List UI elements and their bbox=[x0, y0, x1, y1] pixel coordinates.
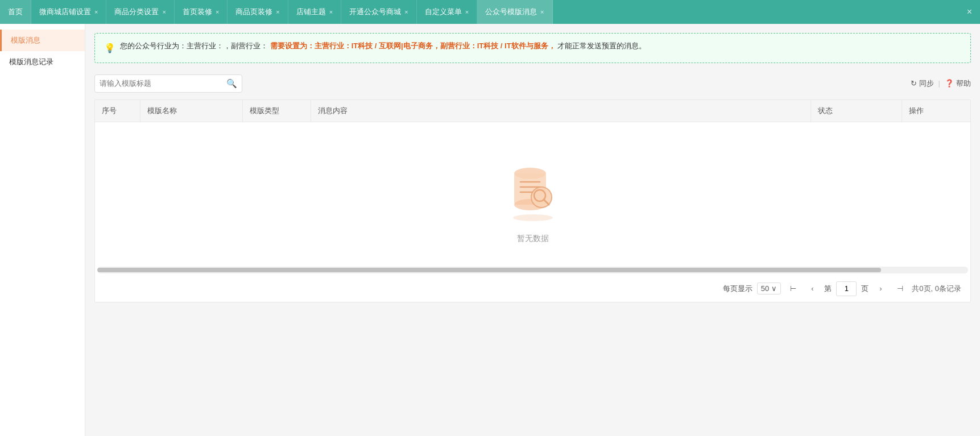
nav-tab-home-decor-label: 首页装修 bbox=[183, 7, 212, 17]
notice-suffix: 才能正常发送预置的消息。 bbox=[557, 41, 646, 50]
nav-tab-open-mall-close[interactable]: × bbox=[404, 9, 408, 15]
nav-tab-template-msg-label: 公众号模版消息 bbox=[485, 7, 537, 17]
table-wrap: 序号 模版名称 模版类型 消息内容 状态 操作 bbox=[94, 99, 971, 302]
sync-label: 同步 bbox=[919, 78, 934, 89]
page-number-input[interactable] bbox=[836, 281, 857, 296]
top-nav: 首页 微商城店铺设置 × 商品分类设置 × 首页装修 × 商品页装修 × 店铺主… bbox=[0, 0, 980, 24]
notice-highlight: 需要设置为：主营行业：IT科技 / 互联网|电子商务，副营行业：IT科技 / I… bbox=[270, 41, 556, 50]
bulb-icon: 💡 bbox=[104, 41, 115, 56]
help-label: 帮助 bbox=[956, 78, 971, 89]
page-size-select[interactable]: 50 ∨ bbox=[757, 283, 781, 294]
empty-text: 暂无数据 bbox=[517, 234, 549, 244]
nav-tab-store-settings-close[interactable]: × bbox=[94, 9, 98, 15]
nav-tab-home-label: 首页 bbox=[8, 7, 23, 17]
nav-tab-home-decor-close[interactable]: × bbox=[216, 9, 219, 15]
page-word: 第 bbox=[824, 284, 832, 294]
content-area: 💡 您的公众号行业为：主营行业：，副营行业： 需要设置为：主营行业：IT科技 /… bbox=[85, 24, 980, 436]
nav-close-all-button[interactable]: × bbox=[959, 7, 980, 17]
sidebar-item-template-msg[interactable]: 模版消息 bbox=[0, 30, 85, 51]
nav-tab-open-mall-label: 开通公众号商城 bbox=[349, 7, 401, 17]
nav-tab-product-decor-label: 商品页装修 bbox=[235, 7, 272, 17]
sidebar-item-template-msg-record-label: 模版消息记录 bbox=[9, 57, 53, 66]
nav-tab-category-settings[interactable]: 商品分类设置 × bbox=[106, 0, 174, 24]
col-header-content: 消息内容 bbox=[311, 100, 811, 122]
page-first-button[interactable]: ⊢ bbox=[785, 281, 800, 296]
nav-tab-store-theme-close[interactable]: × bbox=[329, 9, 333, 15]
nav-tab-open-mall[interactable]: 开通公众号商城 × bbox=[341, 0, 416, 24]
nav-tab-store-settings[interactable]: 微商城店铺设置 × bbox=[31, 0, 106, 24]
search-row: 🔍 ↻ 同步 | ❓ 帮助 bbox=[94, 74, 971, 93]
nav-tab-template-msg[interactable]: 公众号模版消息 × bbox=[477, 0, 552, 24]
horizontal-scrollbar[interactable] bbox=[97, 267, 968, 273]
notice-text: 您的公众号行业为：主营行业：，副营行业： 需要设置为：主营行业：IT科技 / 互… bbox=[120, 40, 646, 52]
sidebar: 模版消息 模版消息记录 bbox=[0, 24, 85, 436]
nav-tab-category-settings-label: 商品分类设置 bbox=[114, 7, 159, 17]
svg-point-9 bbox=[513, 214, 553, 221]
help-button[interactable]: ❓ 帮助 bbox=[945, 78, 971, 89]
nav-tab-product-decor-close[interactable]: × bbox=[276, 9, 279, 15]
nav-tab-product-decor[interactable]: 商品页装修 × bbox=[228, 0, 288, 24]
scrollbar-thumb bbox=[97, 268, 881, 272]
page-prev-button[interactable]: ‹ bbox=[805, 281, 820, 296]
col-header-type: 模版类型 bbox=[243, 100, 311, 122]
empty-svg bbox=[499, 156, 567, 225]
sidebar-item-template-msg-record[interactable]: 模版消息记录 bbox=[0, 51, 85, 73]
page-size-chevron: ∨ bbox=[771, 284, 777, 293]
main-layout: 模版消息 模版消息记录 💡 您的公众号行业为：主营行业：，副营行业： 需要设置为… bbox=[0, 24, 980, 436]
search-input[interactable] bbox=[100, 79, 226, 88]
nav-tab-template-msg-close[interactable]: × bbox=[540, 9, 544, 15]
help-icon: ❓ bbox=[945, 79, 954, 88]
page-size-label: 每页显示 bbox=[723, 284, 752, 294]
page-unit: 页 bbox=[861, 284, 869, 294]
nav-tab-category-settings-close[interactable]: × bbox=[162, 9, 166, 15]
empty-illustration bbox=[499, 156, 567, 225]
col-header-name: 模版名称 bbox=[140, 100, 243, 122]
col-header-status: 状态 bbox=[811, 100, 902, 122]
nav-tab-store-settings-label: 微商城店铺设置 bbox=[39, 7, 91, 17]
col-header-action: 操作 bbox=[902, 100, 970, 122]
nav-tab-custom-menu-label: 自定义菜单 bbox=[425, 7, 462, 17]
nav-tab-home[interactable]: 首页 bbox=[0, 0, 31, 24]
search-icon[interactable]: 🔍 bbox=[226, 78, 237, 89]
nav-tab-custom-menu-close[interactable]: × bbox=[465, 9, 469, 15]
nav-tab-custom-menu[interactable]: 自定义菜单 × bbox=[417, 0, 477, 24]
divider: | bbox=[938, 79, 940, 88]
page-last-button[interactable]: ⊣ bbox=[892, 281, 907, 296]
page-size-value: 50 bbox=[761, 284, 769, 293]
pagination: 每页显示 50 ∨ ⊢ ‹ 第 页 › ⊣ 共0页, 0条记录 bbox=[95, 276, 970, 302]
sidebar-item-template-msg-label: 模版消息 bbox=[11, 36, 40, 44]
sync-button[interactable]: ↻ 同步 bbox=[911, 78, 934, 89]
sync-icon: ↻ bbox=[911, 79, 917, 88]
col-header-index: 序号 bbox=[95, 100, 140, 122]
empty-state: 暂无数据 bbox=[95, 122, 970, 267]
page-next-button[interactable]: › bbox=[873, 281, 888, 296]
table-header: 序号 模版名称 模版类型 消息内容 状态 操作 bbox=[95, 100, 970, 122]
nav-tab-store-theme-label: 店铺主题 bbox=[296, 7, 326, 17]
notice-prefix: 您的公众号行业为：主营行业：，副营行业： bbox=[120, 41, 268, 50]
search-actions: ↻ 同步 | ❓ 帮助 bbox=[911, 78, 971, 89]
search-input-wrap: 🔍 bbox=[94, 74, 242, 93]
notice-box: 💡 您的公众号行业为：主营行业：，副营行业： 需要设置为：主营行业：IT科技 /… bbox=[94, 33, 971, 63]
total-info: 共0页, 0条记录 bbox=[912, 284, 961, 294]
nav-tab-home-decor[interactable]: 首页装修 × bbox=[175, 0, 228, 24]
nav-tab-store-theme[interactable]: 店铺主题 × bbox=[288, 0, 341, 24]
